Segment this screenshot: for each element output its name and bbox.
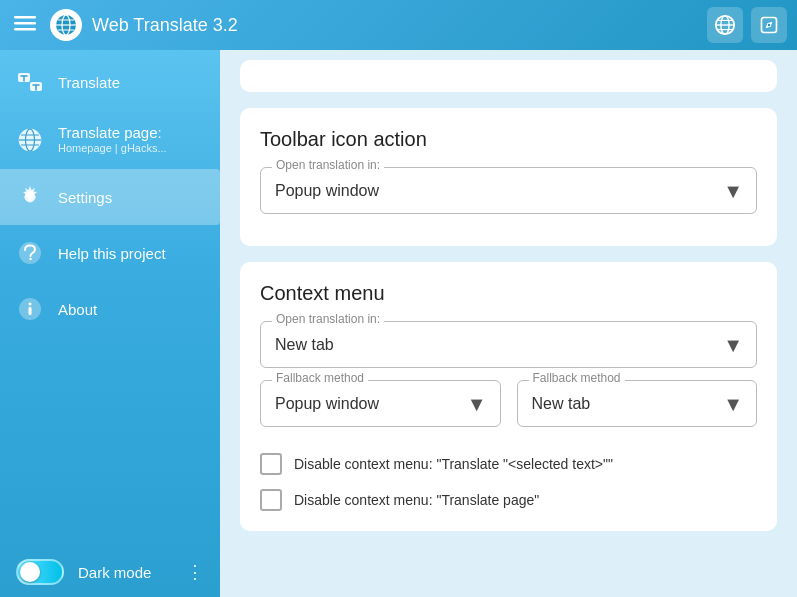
checkbox2-row: Disable context menu: "Translate page" bbox=[260, 489, 757, 511]
fallback2-label: Fallback method bbox=[529, 371, 625, 385]
settings-label: Settings bbox=[58, 189, 112, 206]
menu-icon[interactable] bbox=[10, 12, 40, 39]
globe-sidebar-icon bbox=[16, 126, 44, 154]
sidebar: Translate Translate page: Homepage | gHa… bbox=[0, 50, 220, 597]
translate-page-sub: Homepage | gHacks... bbox=[58, 141, 167, 155]
svg-point-24 bbox=[29, 258, 31, 260]
translate-page-label: Translate page: bbox=[58, 124, 167, 141]
sidebar-item-help[interactable]: Help this project bbox=[0, 225, 220, 281]
toolbar-dropdown-wrapper: Popup window New tab Side panel ▼ bbox=[260, 167, 757, 214]
svg-rect-27 bbox=[29, 307, 32, 315]
checkbox2[interactable] bbox=[260, 489, 282, 511]
translate-icon bbox=[16, 68, 44, 96]
sidebar-item-translate-page[interactable]: Translate page: Homepage | gHacks... bbox=[0, 110, 220, 169]
app-logo bbox=[50, 9, 82, 41]
settings-icon bbox=[16, 183, 44, 211]
toolbar-open-translation-field: Open translation in: Popup window New ta… bbox=[260, 167, 757, 214]
sidebar-item-translate[interactable]: Translate bbox=[0, 54, 220, 110]
toggle-knob bbox=[20, 562, 40, 582]
sidebar-item-settings[interactable]: Settings bbox=[0, 169, 220, 225]
darkmode-label: Dark mode bbox=[78, 564, 151, 581]
context-menu-section: Context menu Open translation in: New ta… bbox=[240, 262, 777, 531]
svg-rect-0 bbox=[14, 16, 36, 19]
checkbox2-label: Disable context menu: "Translate page" bbox=[294, 492, 539, 508]
fallback1-label: Fallback method bbox=[272, 371, 368, 385]
toolbar-open-label: Open translation in: bbox=[272, 158, 384, 172]
toolbar-open-translation-select[interactable]: Popup window New tab Side panel bbox=[260, 167, 757, 214]
edit-button[interactable] bbox=[751, 7, 787, 43]
sidebar-item-about[interactable]: About bbox=[0, 281, 220, 337]
help-icon bbox=[16, 239, 44, 267]
help-label: Help this project bbox=[58, 245, 166, 262]
fallback2-wrapper: New tab Popup window Side panel ▼ bbox=[517, 380, 758, 427]
body: Translate Translate page: Homepage | gHa… bbox=[0, 50, 797, 597]
toolbar-section: Toolbar icon action Open translation in:… bbox=[240, 108, 777, 246]
fallback-dropdowns: Fallback method Popup window New tab Sid… bbox=[260, 380, 757, 439]
context-open-label: Open translation in: bbox=[272, 312, 384, 326]
about-label: About bbox=[58, 301, 97, 318]
darkmode-row: Dark mode ⋮ bbox=[0, 547, 220, 597]
context-dropdown-wrapper: New tab Popup window Side panel ▼ bbox=[260, 321, 757, 368]
fallback2-field: Fallback method New tab Popup window Sid… bbox=[517, 380, 758, 427]
globe-button[interactable] bbox=[707, 7, 743, 43]
header: Web Translate 3.2 bbox=[0, 0, 797, 50]
sidebar-translate-label: Translate bbox=[58, 74, 120, 91]
partial-top-card bbox=[240, 60, 777, 92]
svg-point-14 bbox=[768, 24, 771, 27]
content-area: Toolbar icon action Open translation in:… bbox=[220, 50, 797, 551]
context-open-translation-field: Open translation in: New tab Popup windo… bbox=[260, 321, 757, 368]
fallback1-wrapper: Popup window New tab Side panel ▼ bbox=[260, 380, 501, 427]
svg-point-26 bbox=[29, 303, 32, 306]
context-section-title: Context menu bbox=[260, 282, 757, 305]
svg-rect-1 bbox=[14, 22, 36, 25]
toolbar-section-title: Toolbar icon action bbox=[260, 128, 757, 151]
checkbox1[interactable] bbox=[260, 453, 282, 475]
context-open-translation-select[interactable]: New tab Popup window Side panel bbox=[260, 321, 757, 368]
header-actions bbox=[707, 7, 787, 43]
fallback1-field: Fallback method Popup window New tab Sid… bbox=[260, 380, 501, 427]
translate-page-text: Translate page: Homepage | gHacks... bbox=[58, 124, 167, 155]
more-options-icon[interactable]: ⋮ bbox=[186, 561, 204, 583]
app-title: Web Translate 3.2 bbox=[92, 15, 697, 36]
fallback1-select[interactable]: Popup window New tab Side panel bbox=[260, 380, 501, 427]
checkbox1-row: Disable context menu: "Translate "<selec… bbox=[260, 453, 757, 475]
fallback2-select[interactable]: New tab Popup window Side panel bbox=[517, 380, 758, 427]
main-content: Toolbar icon action Open translation in:… bbox=[220, 50, 797, 597]
checkbox1-label: Disable context menu: "Translate "<selec… bbox=[294, 456, 613, 472]
about-icon bbox=[16, 295, 44, 323]
svg-rect-2 bbox=[14, 28, 36, 31]
darkmode-toggle[interactable] bbox=[16, 559, 64, 585]
